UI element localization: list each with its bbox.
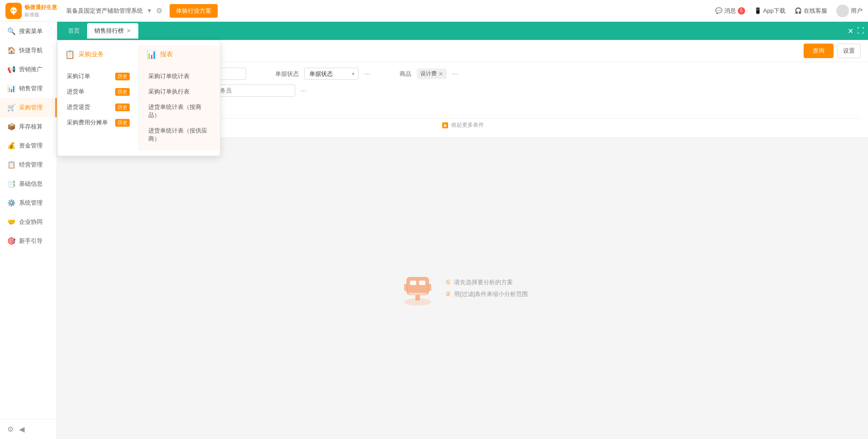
history-badge-purchase-order: 历史 bbox=[115, 73, 130, 80]
svg-rect-3 bbox=[406, 277, 429, 295]
marketing-icon: 📢 bbox=[7, 65, 15, 74]
main-content: ① 请先选择要分析的方案 ② 用[过滤]条件来缩小分析范围 bbox=[57, 138, 868, 439]
purchase-dropdown-menu: 📋 采购业务 采购订单 历史 进货单 历史 进货退货 历史 采购费用分摊单 bbox=[57, 40, 220, 156]
tab-bar: 首页 销售排行榜 ✕ ✕ ⛶ bbox=[57, 22, 868, 40]
message-item[interactable]: 💬 消息 5 bbox=[715, 7, 745, 15]
menu-item-stock-return[interactable]: 进货退货 历史 bbox=[65, 99, 132, 115]
message-icon: 💬 bbox=[715, 7, 722, 14]
history-badge-stock-in: 历史 bbox=[115, 88, 130, 96]
dropdown-columns: 📋 采购业务 采购订单 历史 进货单 历史 进货退货 历史 采购费用分摊单 bbox=[58, 46, 220, 150]
system-title: 装备及固定资产辅助管理系统 ▼ ⚙ bbox=[66, 6, 162, 15]
sidebar-item-search[interactable]: 🔍 搜索菜单 bbox=[0, 22, 57, 41]
doc-status-select[interactable]: 单据状态 bbox=[304, 68, 359, 80]
collapse-up-icon: 🔼 bbox=[442, 122, 449, 128]
sidebar: 🔍 搜索菜单 🏠 快捷导航 📢 营销推广 📊 销售管理 🛒 采购管理 📦 bbox=[0, 22, 57, 439]
history-badge-purchase-fee: 历史 bbox=[115, 119, 130, 127]
goods-tag-close-icon[interactable]: ✕ bbox=[439, 71, 443, 77]
tab-home[interactable]: 首页 bbox=[61, 23, 87, 39]
dropdown-col-report: 📊 报表 采购订单统计表 采购订单执行表 进货单统计表（按商品） 进货单统计表（… bbox=[139, 46, 220, 150]
search-icon: 🔍 bbox=[7, 27, 15, 35]
guide-icon: 🎯 bbox=[7, 237, 15, 245]
sidebar-item-operations[interactable]: 📋 经营管理 bbox=[0, 155, 57, 174]
tab-sales-rank[interactable]: 销售排行榜 ✕ bbox=[87, 23, 138, 39]
logo-icon bbox=[5, 3, 22, 19]
purchase-col-icon: 📋 bbox=[65, 49, 75, 59]
svg-point-1 bbox=[15, 10, 16, 11]
sidebar-item-system[interactable]: ⚙️ 系统管理 bbox=[0, 193, 57, 212]
enterprise-icon: 🤝 bbox=[7, 218, 15, 226]
svg-rect-6 bbox=[409, 293, 427, 295]
message-badge: 5 bbox=[738, 7, 745, 15]
settings-gear-icon[interactable]: ⚙ bbox=[156, 6, 162, 15]
report-col-icon: 📊 bbox=[146, 49, 156, 59]
sidebar-item-basic-info[interactable]: 📑 基础信息 bbox=[0, 174, 57, 193]
tab-close-icon[interactable]: ✕ bbox=[127, 28, 131, 34]
doc-status-select-wrapper: 单据状态 bbox=[304, 68, 359, 80]
history-badge-stock-return: 历史 bbox=[115, 104, 130, 111]
svg-rect-5 bbox=[419, 281, 425, 285]
empty-hint-1: ① 请先选择要分析的方案 bbox=[445, 278, 528, 286]
purchase-col-header: 📋 采购业务 bbox=[65, 49, 132, 63]
home-icon: 🏠 bbox=[7, 46, 15, 54]
tab-fullscreen-icon[interactable]: ⛶ bbox=[857, 27, 864, 35]
operations-icon: 📋 bbox=[7, 161, 15, 169]
sidebar-item-quick-nav[interactable]: 🏠 快捷导航 bbox=[0, 41, 57, 60]
inventory-icon: 📦 bbox=[7, 123, 15, 131]
empty-state: ① 请先选择要分析的方案 ② 用[过滤]条件来缩小分析范围 bbox=[397, 268, 528, 309]
user-item[interactable]: 用户 bbox=[836, 5, 863, 17]
top-right: 💬 消息 5 📱 App下载 🎧 在线客服 用户 bbox=[715, 5, 863, 17]
svg-point-0 bbox=[12, 10, 13, 11]
sidebar-item-sales[interactable]: 📊 销售管理 bbox=[0, 79, 57, 98]
menu-item-stock-stat-goods[interactable]: 进货单统计表（按商品） bbox=[146, 99, 213, 123]
tab-controls: ✕ ⛶ bbox=[848, 27, 864, 35]
report-col-header: 📊 报表 bbox=[146, 49, 213, 63]
query-button[interactable]: 查询 bbox=[804, 44, 834, 58]
filter-settings-button[interactable]: 设置 bbox=[837, 44, 861, 58]
industry-button[interactable]: 体验行业方案 bbox=[170, 4, 218, 18]
phone-icon: 📱 bbox=[754, 7, 761, 14]
tab-close-all-icon[interactable]: ✕ bbox=[848, 27, 853, 35]
menu-item-purchase-order[interactable]: 采购订单 历史 bbox=[65, 69, 132, 84]
sidebar-item-inventory[interactable]: 📦 库存核算 bbox=[0, 117, 57, 136]
goods-label: 商品 bbox=[400, 70, 411, 78]
sidebar-item-capital[interactable]: 💰 资金管理 bbox=[0, 136, 57, 155]
menu-item-purchase-order-stat[interactable]: 采购订单统计表 bbox=[146, 69, 213, 84]
sidebar-collapse-icon[interactable]: ◀ bbox=[19, 425, 24, 434]
svg-rect-8 bbox=[404, 284, 408, 291]
chevron-down-icon[interactable]: ▼ bbox=[146, 7, 152, 14]
goods-more-icon[interactable]: ··· bbox=[452, 70, 458, 78]
salesman-more-icon[interactable]: ··· bbox=[301, 87, 307, 95]
menu-item-purchase-order-exec[interactable]: 采购订单执行表 bbox=[146, 84, 213, 99]
sidebar-item-enterprise[interactable]: 🤝 企业协同 bbox=[0, 212, 57, 232]
sidebar-item-purchase[interactable]: 🛒 采购管理 bbox=[0, 98, 57, 117]
sidebar-item-marketing[interactable]: 📢 营销推广 bbox=[0, 60, 57, 79]
system-icon: ⚙️ bbox=[7, 199, 15, 207]
logo-area: 畅捷通好生意 标准版 bbox=[5, 3, 57, 19]
brand-text: 畅捷通好生意 标准版 bbox=[24, 4, 57, 18]
collapse-label: 收起更多条件 bbox=[451, 121, 484, 129]
user-avatar bbox=[836, 5, 849, 17]
empty-illustration bbox=[397, 268, 438, 309]
menu-item-purchase-fee[interactable]: 采购费用分摊单 历史 bbox=[65, 115, 132, 130]
menu-item-stock-stat-supplier[interactable]: 进货单统计表（按供应商） bbox=[146, 123, 213, 147]
purchase-icon: 🛒 bbox=[7, 104, 15, 112]
salesman-input[interactable] bbox=[209, 84, 295, 97]
app-download-item[interactable]: 📱 App下载 bbox=[754, 7, 785, 15]
sales-icon: 📊 bbox=[7, 84, 15, 93]
capital-icon: 💰 bbox=[7, 142, 15, 150]
empty-hint-2: ② 用[过滤]条件来缩小分析范围 bbox=[445, 290, 528, 298]
bottom-settings-icon[interactable]: ⚙ bbox=[7, 425, 14, 434]
menu-item-stock-in[interactable]: 进货单 历史 bbox=[65, 84, 132, 99]
goods-tag: 设计费 ✕ bbox=[417, 69, 447, 79]
basic-info-icon: 📑 bbox=[7, 180, 15, 188]
online-service-item[interactable]: 🎧 在线客服 bbox=[795, 7, 827, 15]
dropdown-col-purchase: 📋 采购业务 采购订单 历史 进货单 历史 进货退货 历史 采购费用分摊单 bbox=[58, 46, 139, 150]
doc-status-label: 单据状态 bbox=[275, 70, 299, 78]
headphone-icon: 🎧 bbox=[795, 7, 802, 14]
top-bar: 畅捷通好生意 标准版 装备及固定资产辅助管理系统 ▼ ⚙ 体验行业方案 💬 消息… bbox=[0, 0, 868, 22]
doc-status-more-icon[interactable]: ··· bbox=[364, 70, 370, 78]
sidebar-item-guide[interactable]: 🎯 新手引导 bbox=[0, 232, 57, 251]
svg-rect-7 bbox=[415, 295, 420, 301]
toolbar-right: 查询 设置 bbox=[804, 44, 861, 58]
sidebar-bottom: ⚙ ◀ bbox=[0, 419, 57, 439]
